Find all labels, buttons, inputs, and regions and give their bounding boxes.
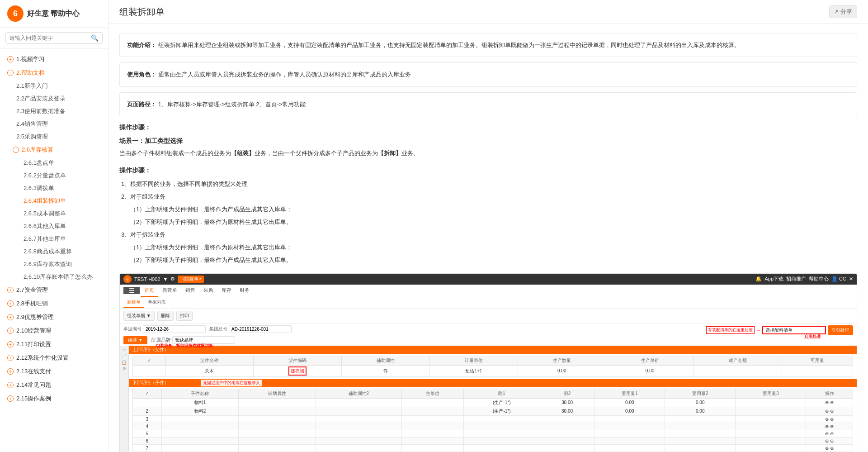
expand-icon: + <box>7 382 14 388</box>
mock-lth-unit: 主单位 <box>401 389 463 398</box>
mock-sub-tab-list[interactable]: 单据列表 <box>144 297 170 308</box>
mock-delete-btn[interactable]: 删除 <box>157 311 174 321</box>
mock-lcell-aux2 <box>316 398 401 407</box>
mock-nav: ☰ 首页 新建单 销售 采购 库存 财务 <box>120 285 857 297</box>
sidebar-item-stocktake[interactable]: 2.6.1盘点单 <box>0 157 108 169</box>
sidebar-item-personalize[interactable]: + 2.12系统个性化设置 <box>0 351 108 365</box>
sidebar-item-inventory[interactable]: − 2.6库存核算 <box>0 143 108 157</box>
sidebar-item-cost-adjust[interactable]: 2.6.5成本调整单 <box>0 207 108 220</box>
sidebar-item-split-stocktake[interactable]: 2.6.2分量盘点单 <box>0 169 108 182</box>
sidebar-item-video[interactable]: + 1.视频学习 <box>0 52 108 66</box>
share-label: 分享 <box>840 8 852 16</box>
screenshot-container: 6 TEST-H002 ▼ ⚙ 同期建单> 🔔 App下载 招商推广 帮助中心 … <box>119 273 857 452</box>
mock-toolbar: 组装单据 ▼ 删除 打印 <box>120 309 857 324</box>
sidebar-item-cost-calc[interactable]: 2.6.8商品成本重算 <box>0 245 108 258</box>
mock-field-date: 单据编号 <box>123 325 206 333</box>
search-box[interactable]: 🔍 <box>5 32 103 44</box>
mock-upper-section-label: 上部明细（父件） <box>129 346 857 354</box>
mock-lower-section-label: 下部明细（子件） 无固定流产中的组装在这里录入 <box>129 379 857 387</box>
mock-close-icon[interactable]: ✕ <box>849 276 853 282</box>
mock-th-price: 生产单价 <box>606 356 694 365</box>
mock-lcell2-qty3 <box>736 407 806 415</box>
mock-lcell2-unit <box>401 407 463 415</box>
mock-process-annotation: 启用处理 <box>804 334 821 340</box>
sidebar-item-install[interactable]: 2.2产品安装及登录 <box>0 92 108 105</box>
mock-bell-icon: 🔔 <box>755 276 762 282</box>
mock-lcell2-qty2: 0.00 <box>665 407 736 415</box>
mock-sub-tab-new[interactable]: 新建单 <box>123 297 144 308</box>
sidebar-item-cases[interactable]: + 2.15操作案例 <box>0 392 108 405</box>
mock-th-unit: 计量单位 <box>430 356 518 365</box>
sidebar-item-online-pay[interactable]: + 2.13在线支付 <box>0 365 108 378</box>
menu-icon: ☰ <box>129 287 135 294</box>
mock-doc-type-dropdown[interactable]: 组装单据 ▼ <box>123 311 155 321</box>
sidebar-item-assembly[interactable]: 2.6.4组装拆卸单 <box>0 195 108 207</box>
sidebar-item-data-prep[interactable]: 2.3使用前数据准备 <box>0 105 108 118</box>
mock-lower-row-6: 6⊕ ⊖ <box>133 437 853 444</box>
sidebar-item-other-in[interactable]: 2.6.6其他入库单 <box>0 220 108 233</box>
mock-new-btn[interactable]: 同期建单> <box>178 276 204 283</box>
mock-tab-new[interactable]: 新建单 <box>159 285 181 297</box>
mock-lth-add1: 附1 <box>463 389 540 398</box>
sidebar-sub-label: 2.4销售管理 <box>16 120 48 128</box>
mock-bom-select[interactable] <box>762 326 826 334</box>
mock-upper-row-1: 关木 连衣裙 件 预估1+1 0.00 0.00 <box>133 365 853 376</box>
sidebar-item-sales[interactable]: 2.4销售管理 <box>0 118 108 130</box>
mock-field-docno: 集团总号 <box>209 325 292 333</box>
mock-print-btn[interactable]: 打印 <box>176 311 193 321</box>
mock-lcell-op[interactable]: ⊕ ⊖ <box>806 398 853 407</box>
sidebar-item-label: 2.帮助文档 <box>16 69 45 77</box>
expand-icon: + <box>7 355 14 361</box>
intro-text: 组装拆卸单用来处理企业组装或拆卸等加工业务，支持有固定装配清单的产品加工业务，也… <box>158 42 740 48</box>
sidebar-sub-label: 2.6.6其他入库单 <box>24 222 66 230</box>
step2-sub2: （2）下部明细为子件明细，最终作为原材料生成其它出库单。 <box>121 216 857 228</box>
mock-sidebar-toggle[interactable]: ☰ <box>123 287 140 294</box>
sidebar-item-newbie[interactable]: 2.1新手入门 <box>0 80 108 92</box>
mock-lcell2-op[interactable]: ⊕ ⊖ <box>806 407 853 415</box>
sidebar-item-print[interactable]: + 2.11打印设置 <box>0 338 108 351</box>
sidebar-item-purchase[interactable]: 2.5采购管理 <box>0 130 108 143</box>
mock-th-aux: 辅助属性 <box>342 356 430 365</box>
sidebar-item-operation[interactable]: + 2.10经营管理 <box>0 324 108 338</box>
share-button[interactable]: ↗ 分享 <box>829 5 857 18</box>
mock-tab-home[interactable]: 首页 <box>141 285 158 297</box>
sidebar-sub-label: 2.6.4组装拆卸单 <box>24 197 66 205</box>
sidebar-item-adjust[interactable]: 2.6.3调拨单 <box>0 182 108 195</box>
mock-cell-avail <box>782 365 853 376</box>
sidebar-item-label: 2.15操作案例 <box>16 395 51 403</box>
mock-docno-input[interactable] <box>229 325 292 333</box>
mock-lower-row-7: 7⊕ ⊖ <box>133 444 853 452</box>
steps-title: 操作步骤： <box>119 124 857 132</box>
mock-cell-parent-name: 关木 <box>165 365 254 376</box>
mock-tab-purchase[interactable]: 采购 <box>200 285 217 297</box>
mock-th-parent-name: 父件名称 <box>165 356 254 365</box>
mock-lth-name: 子件名称 <box>161 389 239 398</box>
mock-logo-small: 6 <box>123 275 132 283</box>
sidebar-item-coupon[interactable]: + 2.9优惠券管理 <box>0 310 108 324</box>
mock-company: TEST-H002 <box>134 276 160 282</box>
search-input[interactable] <box>9 35 89 41</box>
mock-lower-table-wrap: ✓ 子件名称 辅助属性 辅助属性2 主单位 附1 附2 要用量1 要用量2 <box>129 387 857 452</box>
mock-tab-finance[interactable]: 财务 <box>236 285 253 297</box>
sidebar-item-other-out[interactable]: 2.6.7其他出库单 <box>0 233 108 245</box>
mock-assembly-toggle[interactable]: 组装 ▼ <box>123 336 147 344</box>
sidebar-item-mobile[interactable]: + 2.8手机旺铺 <box>0 297 108 310</box>
mock-lcell-aux1 <box>239 398 316 407</box>
expand-icon: + <box>7 328 14 334</box>
mock-lcell-add1: (生产-1*) <box>463 398 540 407</box>
mock-tab-inventory[interactable]: 库存 <box>218 285 235 297</box>
mock-topbar: 6 TEST-H002 ▼ ⚙ 同期建单> 🔔 App下载 招商推广 帮助中心 … <box>120 274 857 285</box>
sidebar-item-faq[interactable]: + 2.14常见问题 <box>0 378 108 392</box>
sidebar-item-stock-check[interactable]: 2.6.9库存账本查询 <box>0 258 108 271</box>
mock-date-input[interactable] <box>143 325 206 333</box>
path-text: 1、库存核算->库存管理->组装拆卸单 2、首页->常用功能 <box>158 101 306 108</box>
mock-lcell-qty3 <box>736 398 806 407</box>
mock-tab-sales[interactable]: 销售 <box>182 285 199 297</box>
search-icon[interactable]: 🔍 <box>91 34 99 42</box>
sidebar-item-docs[interactable]: − 2.帮助文档 <box>0 66 108 80</box>
sidebar-item-account-error[interactable]: 2.6.10库存账本错了怎么办 <box>0 271 108 283</box>
mock-ok-btn[interactable]: 立刻处理 <box>828 325 853 335</box>
sidebar-item-capital[interactable]: + 2.7资金管理 <box>0 283 108 297</box>
mock-side-icons: ☆ 📄 📋 ⚙ <box>120 346 129 452</box>
mock-assembly-type-row: 组装 ▼ 所属品牌 组装业务、拆卸业务在这里切换 启用处理 <box>120 335 857 346</box>
